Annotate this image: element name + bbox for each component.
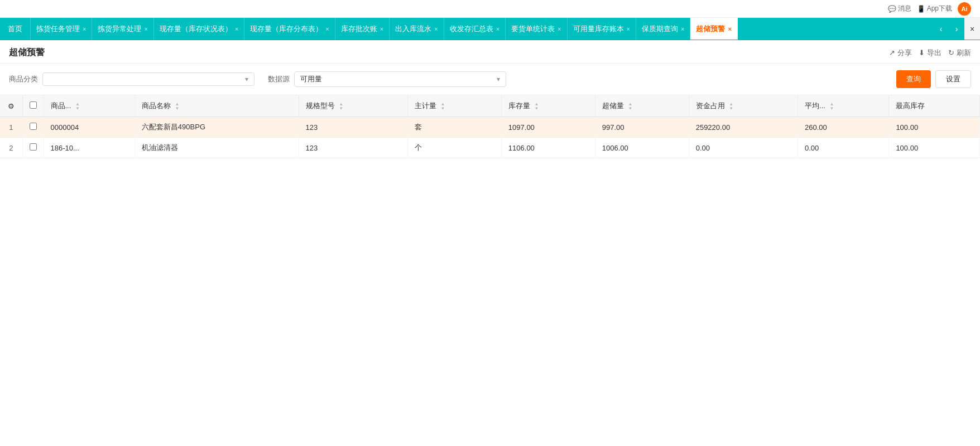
- refresh-icon: ↻: [948, 49, 954, 57]
- row-avg: 260.00: [798, 117, 889, 138]
- row-capital: 0.00: [689, 138, 798, 158]
- category-select[interactable]: ▾: [42, 72, 254, 86]
- sort-icon: ▲▼: [729, 102, 733, 111]
- nav-next-arrow[interactable]: ›: [949, 18, 964, 40]
- col-capital-header[interactable]: 资金占用 ▲▼: [689, 95, 798, 117]
- row-name: 机油滤清器: [134, 138, 299, 158]
- sort-icon: ▲▼: [628, 102, 632, 111]
- row-overstock: 1006.00: [595, 138, 689, 158]
- col-maxstock-header[interactable]: 最高库存: [889, 95, 980, 117]
- row-stock: 1106.00: [501, 138, 595, 158]
- avatar[interactable]: Ai: [958, 2, 971, 16]
- row-code: 0000004: [44, 117, 134, 138]
- tab-kucun-pici[interactable]: 库存批次账 ×: [335, 18, 390, 40]
- page-title: 超储预警: [9, 47, 45, 59]
- col-unit-header[interactable]: 主计量 ▲▼: [407, 95, 501, 117]
- filter-area: 商品分类 ▾ 数据源 可用量 ▾ 查询 设置: [0, 64, 980, 95]
- tab-xiancunliang-fenbiao[interactable]: 现存量（库存分布表） ×: [244, 18, 335, 40]
- close-icon[interactable]: ×: [434, 26, 438, 32]
- category-filter-group: 商品分类 ▾: [9, 72, 254, 86]
- sort-icon: ▲▼: [175, 102, 179, 111]
- app-download-btn[interactable]: 📱 App下载: [917, 4, 952, 13]
- page-content: 超储预警 ↗ 分享 ⬇ 导出 ↻ 刷新 商品分类 ▾ 数据源: [0, 40, 980, 446]
- row-num: 1: [0, 117, 22, 138]
- share-button[interactable]: ↗ 分享: [889, 48, 912, 58]
- data-table: ⚙ 商品... ▲▼ 商品名称 ▲▼ 规格型号 ▲▼: [0, 95, 980, 158]
- table-wrap: ⚙ 商品... ▲▼ 商品名称 ▲▼ 规格型号 ▲▼: [0, 95, 980, 158]
- category-label: 商品分类: [9, 74, 38, 84]
- row-checkbox[interactable]: [30, 123, 37, 130]
- tab-shoufacun-huizong[interactable]: 收发存汇总表 ×: [444, 18, 506, 40]
- tab-baozhi-chaxun[interactable]: 保质期查询 ×: [636, 18, 690, 40]
- top-nav: 首页 拣货任务管理 × 拣货异常处理 × 现存量（库存状况表） × 现存量（库存…: [0, 18, 980, 40]
- tab-jianghuo-renwu[interactable]: 拣货任务管理 ×: [31, 18, 92, 40]
- row-name: 六配套新昌490BPG: [134, 117, 299, 138]
- col-code-header[interactable]: 商品... ▲▼: [44, 95, 134, 117]
- col-avg-header[interactable]: 平均... ▲▼: [798, 95, 889, 117]
- nav-prev-arrow[interactable]: ‹: [933, 18, 949, 40]
- row-capital: 259220.00: [689, 117, 798, 138]
- tab-chaochuyujing[interactable]: 超储预警 ×: [690, 18, 737, 40]
- row-spec: 123: [299, 138, 407, 158]
- select-all-checkbox[interactable]: [30, 101, 37, 109]
- download-icon: 📱: [917, 5, 925, 13]
- row-avg: 0.00: [798, 138, 889, 158]
- table-body: 1 0000004 六配套新昌490BPG 123 套 1097.00 997.…: [0, 117, 980, 158]
- row-unit: 个: [407, 138, 501, 158]
- row-maxstock: 100.00: [889, 117, 980, 138]
- close-icon[interactable]: ×: [728, 26, 731, 32]
- row-checkbox-cell: [22, 117, 44, 138]
- row-code: 186-10...: [44, 138, 134, 158]
- query-button[interactable]: 查询: [896, 70, 931, 88]
- tab-xiancunliang-kuangkuang[interactable]: 现存量（库存状况表） ×: [154, 18, 244, 40]
- tab-keyongliang-zhangben[interactable]: 可用量库存账本 ×: [568, 18, 636, 40]
- row-checkbox-cell: [22, 138, 44, 158]
- sort-icon: ▲▼: [75, 102, 80, 111]
- close-icon[interactable]: ×: [558, 26, 561, 32]
- export-icon: ⬇: [919, 49, 925, 57]
- row-spec: 123: [299, 117, 407, 138]
- message-btn[interactable]: 💬 消息: [888, 4, 911, 13]
- row-overstock: 997.00: [595, 117, 689, 138]
- nav-home[interactable]: 首页: [0, 18, 31, 40]
- row-maxstock: 100.00: [889, 138, 980, 158]
- datasource-select[interactable]: 可用量 ▾: [294, 71, 506, 87]
- nav-arrows: ‹ › ×: [933, 18, 980, 40]
- gear-icon[interactable]: ⚙: [8, 102, 15, 110]
- message-icon: 💬: [888, 5, 896, 13]
- chevron-down-icon: ▾: [497, 75, 500, 83]
- gear-col-header: ⚙: [0, 95, 22, 117]
- table-header-row: ⚙ 商品... ▲▼ 商品名称 ▲▼ 规格型号 ▲▼: [0, 95, 980, 117]
- close-icon[interactable]: ×: [496, 26, 499, 32]
- export-button[interactable]: ⬇ 导出: [919, 48, 941, 58]
- table-row: 1 0000004 六配套新昌490BPG 123 套 1097.00 997.…: [0, 117, 980, 138]
- col-spec-header[interactable]: 规格型号 ▲▼: [299, 95, 407, 117]
- close-icon[interactable]: ×: [380, 26, 383, 32]
- row-unit: 套: [407, 117, 501, 138]
- row-num: 2: [0, 138, 22, 158]
- select-all-header: [22, 95, 44, 117]
- tab-churuku-liushui[interactable]: 出入库流水 ×: [390, 18, 444, 40]
- tab-yaohuo-tongji[interactable]: 要货单统计表 ×: [506, 18, 567, 40]
- refresh-button[interactable]: ↻ 刷新: [948, 48, 971, 58]
- close-icon[interactable]: ×: [235, 26, 238, 32]
- close-icon[interactable]: ×: [83, 26, 86, 32]
- sort-icon: ▲▼: [534, 102, 539, 111]
- col-name-header[interactable]: 商品名称 ▲▼: [134, 95, 299, 117]
- close-icon[interactable]: ×: [144, 26, 147, 32]
- close-icon[interactable]: ×: [325, 26, 329, 32]
- row-checkbox[interactable]: [30, 143, 37, 151]
- chevron-down-icon: ▾: [245, 75, 248, 83]
- close-icon[interactable]: ×: [627, 26, 630, 32]
- tab-jianghuo-yichang[interactable]: 拣货异常处理 ×: [92, 18, 153, 40]
- share-icon: ↗: [889, 49, 895, 57]
- app-topbar: 💬 消息 📱 App下载 Ai: [0, 0, 980, 18]
- sort-icon: ▲▼: [830, 102, 834, 111]
- col-overstock-header[interactable]: 超储量 ▲▼: [595, 95, 689, 117]
- nav-close-arrow[interactable]: ×: [964, 18, 980, 40]
- col-stock-header[interactable]: 库存量 ▲▼: [501, 95, 595, 117]
- datasource-filter-group: 数据源 可用量 ▾: [268, 71, 506, 87]
- settings-button[interactable]: 设置: [935, 70, 971, 88]
- table-row: 2 186-10... 机油滤清器 123 个 1106.00 1006.00 …: [0, 138, 980, 158]
- close-icon[interactable]: ×: [681, 26, 684, 32]
